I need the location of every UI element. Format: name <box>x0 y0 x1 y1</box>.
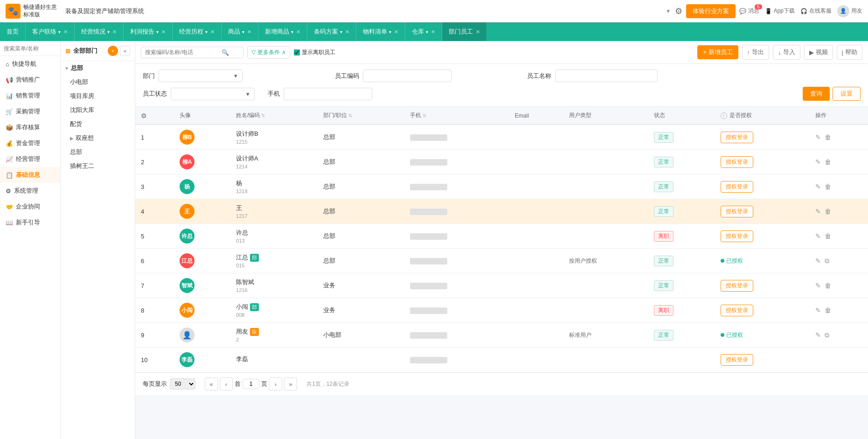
copy-btn[interactable]: ⧉ <box>825 257 829 265</box>
tab-warehouse[interactable]: 仓库 ▾ ✕ <box>405 22 442 41</box>
auth-btn[interactable]: 授权登录 <box>721 354 753 366</box>
delete-btn[interactable]: 🗑 <box>825 307 831 314</box>
tab-close[interactable]: ✕ <box>63 29 68 35</box>
search-input[interactable] <box>145 49 220 56</box>
tab-close[interactable]: ✕ <box>112 29 117 35</box>
emp-code-input[interactable] <box>363 70 451 82</box>
col-dept[interactable]: 部门/职位 ⇅ <box>318 107 405 125</box>
user-area[interactable]: 👤 用友 <box>837 5 862 17</box>
tab-history[interactable]: 经营历程 ▾ ✕ <box>173 22 222 41</box>
col-phone[interactable]: 手机 ⇅ <box>404 107 509 125</box>
edit-btn[interactable]: ✎ <box>815 158 821 166</box>
auth-btn[interactable]: 授权登录 <box>721 280 753 292</box>
export-btn[interactable]: ↑ 导出 <box>742 45 770 60</box>
table-settings-icon[interactable]: ⚙ <box>141 112 147 119</box>
col-settings[interactable]: ⚙ <box>135 107 174 125</box>
tab-dept-staff[interactable]: 部门员工 ✕ <box>442 22 487 41</box>
edit-btn[interactable]: ✎ <box>815 232 821 240</box>
next-page-btn[interactable]: › <box>269 377 282 390</box>
sort-name-btn[interactable]: 姓名/编码 ⇅ <box>236 111 312 119</box>
view-btn[interactable]: ▶ 视频 <box>804 45 833 60</box>
phone-input[interactable] <box>284 88 372 100</box>
edit-btn[interactable]: ✎ <box>815 257 821 265</box>
prev-page-btn[interactable]: ‹ <box>220 377 233 390</box>
tree-node-project[interactable]: 项目库房 <box>61 89 135 103</box>
tab-barcode[interactable]: 条码方案 ▾ ✕ <box>307 22 356 41</box>
first-page-btn[interactable]: « <box>205 377 218 390</box>
import-btn[interactable]: ↓ 导入 <box>773 45 800 60</box>
online-service-btn[interactable]: 🎧 在线客服 <box>800 7 832 15</box>
tree-add-btn[interactable]: + <box>108 46 118 56</box>
query-btn[interactable]: 查询 <box>803 87 830 101</box>
sidebar-search-input[interactable] <box>4 45 61 52</box>
sort-phone-btn[interactable]: 手机 ⇅ <box>410 111 504 119</box>
sidebar-item-marketing[interactable]: 📢 营销推广 <box>0 72 60 88</box>
edit-btn[interactable]: ✎ <box>815 208 821 215</box>
tree-node-zongbu-leaf[interactable]: 总部 <box>61 145 135 159</box>
copy-btn[interactable]: ⧉ <box>825 331 829 339</box>
emp-name-input[interactable] <box>555 70 658 82</box>
tab-close[interactable]: ✕ <box>296 29 300 35</box>
sidebar-item-system[interactable]: ⚙ 系统管理 <box>0 183 60 199</box>
auth-btn[interactable]: 授权登录 <box>721 206 753 217</box>
tree-node-shenyang[interactable]: 沈阳大库 <box>61 103 135 117</box>
delete-btn[interactable]: 🗑 <box>825 282 831 289</box>
tab-close[interactable]: ✕ <box>394 29 398 35</box>
set-btn[interactable]: 设置 <box>833 87 861 101</box>
delete-btn[interactable]: 🗑 <box>825 232 831 240</box>
tab-close[interactable]: ✕ <box>431 29 435 35</box>
auth-btn[interactable]: 授权登录 <box>721 230 753 242</box>
tab-profit[interactable]: 利润报告 ▾ ✕ <box>124 22 173 41</box>
delete-btn[interactable]: 🗑 <box>825 133 831 141</box>
edit-btn[interactable]: ✎ <box>815 133 821 141</box>
tab-close[interactable]: ✕ <box>476 29 480 35</box>
sidebar-item-guide[interactable]: 📖 新手引导 <box>0 215 60 230</box>
auth-btn[interactable]: 授权登录 <box>721 305 753 316</box>
tab-home[interactable]: 首页 <box>0 22 26 41</box>
auth-btn[interactable]: 授权登录 <box>721 181 753 193</box>
more-conditions-btn[interactable]: ▽ 更多条件 ∧ <box>247 46 290 59</box>
edit-btn[interactable]: ✎ <box>815 331 821 339</box>
tab-close[interactable]: ✕ <box>161 29 166 35</box>
app-download-btn[interactable]: 📱 App下载 <box>765 7 795 15</box>
sidebar-item-inventory[interactable]: 📦 库存核算 <box>0 119 60 135</box>
tab-operations[interactable]: 经营情况 ▾ ✕ <box>75 22 124 41</box>
status-select[interactable]: ▾ <box>171 88 255 100</box>
tree-node-peihuo[interactable]: 配货 <box>61 117 135 131</box>
tab-close[interactable]: ✕ <box>210 29 215 35</box>
tree-collapse-btn[interactable]: « <box>120 46 130 56</box>
tree-node-zongbu-group[interactable]: ▼ 总部 <box>61 61 135 75</box>
delete-btn[interactable]: 🗑 <box>825 208 831 215</box>
experience-btn[interactable]: 体验行业方案 <box>686 4 736 18</box>
message-btn[interactable]: 💬 消息 6 <box>739 7 759 15</box>
last-page-btn[interactable]: » <box>284 377 297 390</box>
add-employee-btn[interactable]: + 新增员工 <box>697 45 738 59</box>
sidebar-item-purchase[interactable]: 🛒 采购管理 <box>0 104 60 119</box>
help-btn[interactable]: | 帮助 <box>837 45 862 60</box>
sidebar-item-quicknav[interactable]: ⌂ 快捷导航 <box>0 56 60 72</box>
settings-icon-btn[interactable]: ⚙ <box>675 6 682 16</box>
tab-goods[interactable]: 商品 ▾ ✕ <box>222 22 258 41</box>
delete-btn[interactable]: 🗑 <box>825 158 831 166</box>
auth-btn[interactable]: 授权登录 <box>721 132 753 143</box>
show-resigned-input[interactable] <box>294 49 300 56</box>
dept-select[interactable]: ▾ <box>159 70 243 82</box>
auth-btn[interactable]: 授权登录 <box>721 156 753 168</box>
edit-btn[interactable]: ✎ <box>815 183 821 190</box>
tab-customer[interactable]: 客户联络 ▾ ✕ <box>26 22 75 41</box>
tab-new-goods[interactable]: 新增商品 ▾ ✕ <box>258 22 307 41</box>
system-dropdown-icon[interactable]: ▼ <box>666 8 671 14</box>
tree-node-xiaodian[interactable]: 小电部 <box>61 75 135 89</box>
per-page-select[interactable]: 50 20 100 <box>170 378 195 390</box>
tab-material[interactable]: 物料清单 ▾ ✕ <box>356 22 405 41</box>
page-input[interactable] <box>243 379 259 389</box>
tree-node-chashuwang[interactable]: 插树王二 <box>61 159 135 173</box>
delete-btn[interactable]: 🗑 <box>825 183 831 190</box>
tree-node-shuangzuo[interactable]: ▶ 双座想 <box>61 131 135 145</box>
tab-close[interactable]: ✕ <box>345 29 349 35</box>
col-name-code[interactable]: 姓名/编码 ⇅ <box>230 107 318 125</box>
sidebar-item-sales[interactable]: 📊 销售管理 <box>0 88 60 104</box>
search-icon[interactable]: 🔍 <box>222 49 229 56</box>
sort-dept-btn[interactable]: 部门/职位 ⇅ <box>323 111 399 119</box>
sidebar-item-finance[interactable]: 💰 资金管理 <box>0 135 60 151</box>
